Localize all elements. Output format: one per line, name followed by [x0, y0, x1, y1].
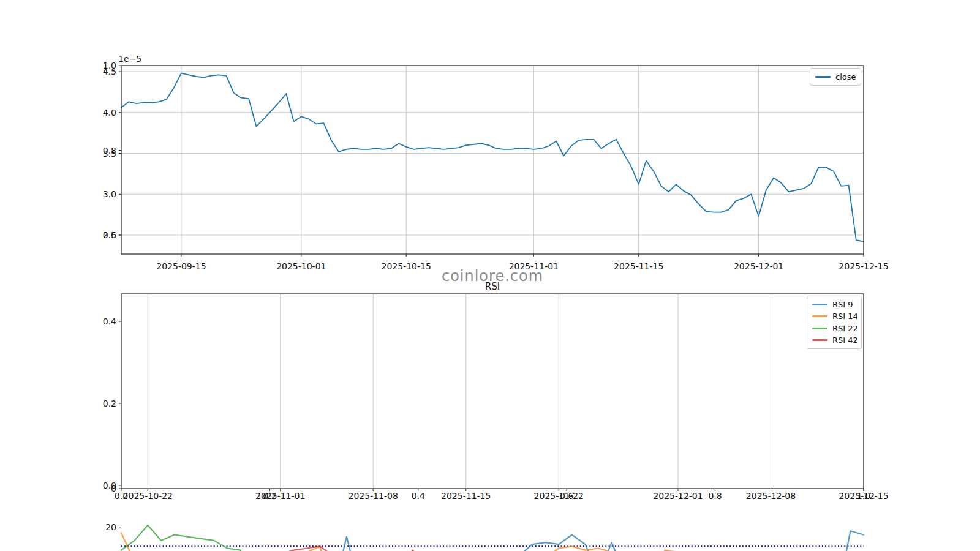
norm-y-tick-label: 0.2 — [103, 399, 116, 408]
norm-y-tick-label: 0.4 — [103, 317, 116, 326]
legend-label: RSI 42 — [832, 335, 858, 345]
norm-x-tick-label: 0.8 — [708, 491, 722, 501]
x-tick-label: 2025-10-22 — [123, 491, 173, 501]
price-legend: close — [810, 68, 861, 86]
legend-entry-rsi14: RSI 14 — [812, 310, 856, 322]
rsi-9-line — [121, 531, 864, 551]
close-line-swatch — [815, 76, 831, 78]
rsi-14-line — [121, 533, 864, 551]
price-axis-offset-label: 1e−5 — [118, 54, 141, 64]
norm-y-tick-label: 1.0 — [103, 61, 116, 70]
rsi9-line-swatch — [812, 304, 827, 305]
norm-x-tick-label: 0.0 — [115, 491, 128, 501]
y-tick-label: 4.0 — [103, 108, 116, 118]
x-tick-label: 2025-11-15 — [441, 491, 491, 501]
x-tick-label: 2025-12-01 — [653, 491, 703, 501]
norm-y-tick-label: 0.0 — [103, 481, 116, 490]
norm-x-tick-label: 0.2 — [263, 491, 276, 501]
legend-label: RSI 22 — [832, 324, 858, 333]
legend-entry-close: close — [815, 71, 856, 83]
norm-x-tick-label: 0.4 — [412, 491, 425, 501]
norm-x-tick-label: 0.6 — [560, 491, 573, 501]
rsi14-line-swatch — [812, 315, 827, 317]
legend-label: RSI 14 — [832, 312, 858, 321]
legend-label: close — [835, 72, 856, 81]
legend-entry-rsi22: RSI 22 — [812, 323, 856, 334]
norm-y-tick-label: 0.8 — [103, 146, 116, 156]
norm-y-tick-label: 0.6 — [103, 230, 116, 240]
rsi42-line-swatch — [812, 339, 827, 341]
y-tick-label: 3.0 — [103, 189, 116, 199]
x-tick-label: 2025-11-08 — [349, 491, 398, 501]
close-line — [121, 73, 864, 242]
legend-entry-rsi9: RSI 9 — [812, 299, 856, 310]
norm-x-tick-label: 1.0 — [857, 491, 870, 501]
y-tick-label: 20 — [105, 522, 116, 532]
rsi-chart-title: RSI — [121, 281, 864, 292]
rsi22-line-swatch — [812, 328, 827, 329]
rsi-22-line — [121, 525, 864, 551]
rsi-legend: RSI 9 RSI 14 RSI 22 RSI 42 — [807, 296, 862, 349]
legend-label: RSI 9 — [832, 300, 853, 309]
price-chart-frame — [121, 66, 864, 254]
legend-entry-rsi42: RSI 42 — [812, 334, 856, 346]
x-tick-label: 2025-11-22 — [534, 491, 584, 501]
rsi-chart-frame — [121, 294, 864, 489]
x-tick-label: 2025-12-08 — [746, 491, 796, 501]
